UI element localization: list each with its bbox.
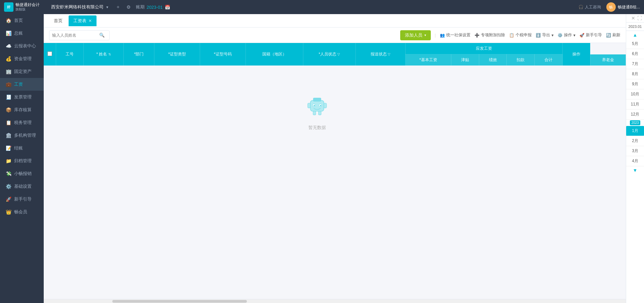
app-name: 畅捷通好会计 bbox=[15, 2, 40, 7]
social-insurance-btn[interactable]: 👥 统一社保设置 bbox=[440, 32, 470, 38]
empty-state: 暂无数据 bbox=[44, 66, 590, 158]
logo-icon: 好 bbox=[4, 2, 13, 12]
user-info[interactable]: 畅 畅捷通B组... bbox=[606, 2, 640, 12]
multi-icon: 🏛️ bbox=[5, 133, 11, 138]
inventory-icon: 📦 bbox=[5, 107, 11, 113]
panel-close-icon[interactable]: ✕ bbox=[631, 15, 635, 21]
sidebar-item-tax[interactable]: 📋 税务管理 bbox=[0, 116, 44, 129]
calendar-icon[interactable]: 📅 bbox=[165, 5, 170, 10]
sidebar-item-invoice[interactable]: 🧾 发票管理 bbox=[0, 91, 44, 103]
sidebar-label-multi: 多机构管理 bbox=[14, 132, 36, 138]
tax-report-btn[interactable]: 📋 个税申报 bbox=[509, 32, 532, 38]
th-dept: *部门 bbox=[123, 43, 154, 66]
refresh-label: 刷新 bbox=[612, 32, 620, 38]
sidebar-item-expense[interactable]: 💸 小畅报销 bbox=[0, 167, 44, 180]
export-icon: ⬇️ bbox=[536, 33, 541, 38]
user-service-btn[interactable]: 🎧 人工咨询 bbox=[578, 4, 601, 10]
scroll-bar-area[interactable] bbox=[44, 299, 626, 303]
panel-expand-icon[interactable]: ⛶ bbox=[637, 15, 642, 21]
search-input[interactable] bbox=[52, 33, 99, 38]
company-selector[interactable]: 西安虾米网络科技有限公司 ▼ bbox=[51, 4, 109, 10]
tab-bar: 首页 工资表 ✕ bbox=[44, 14, 626, 28]
sidebar-item-cloud[interactable]: ☁️ 云报表中心 bbox=[0, 40, 44, 52]
month-8[interactable]: 8月 bbox=[626, 69, 644, 79]
special-deduction-icon: ➕ bbox=[475, 33, 480, 38]
svg-rect-7 bbox=[308, 103, 310, 108]
sidebar-item-guide[interactable]: 🚀 新手引导 bbox=[0, 193, 44, 206]
report-status-filter-icon[interactable]: ▽ bbox=[388, 52, 390, 56]
month-2[interactable]: 2月 bbox=[626, 136, 644, 146]
th-report-status[interactable]: 报送状态 ▽ bbox=[356, 43, 406, 66]
th-person-status[interactable]: *人员状态 ▽ bbox=[303, 43, 356, 66]
operation-btn[interactable]: ⚙️ 操作 ▾ bbox=[558, 32, 575, 38]
sidebar-item-archive[interactable]: 📁 归档管理 bbox=[0, 155, 44, 167]
sidebar-item-inventory[interactable]: 📦 库存核算 bbox=[0, 103, 44, 116]
month-nav-up[interactable]: ▲ bbox=[626, 31, 644, 39]
th-deduction: 扣款 bbox=[507, 54, 535, 66]
month-3[interactable]: 3月 bbox=[626, 146, 644, 156]
th-checkbox[interactable] bbox=[44, 43, 56, 66]
th-name[interactable]: * 姓名 ⇅ bbox=[84, 43, 123, 66]
person-status-filter-icon[interactable]: ▽ bbox=[337, 52, 340, 56]
tab-home-label: 首页 bbox=[54, 18, 63, 24]
account-period: 账期 2023-01 📅 bbox=[136, 4, 170, 10]
th-allowance: 津贴 bbox=[451, 54, 479, 66]
month-nav-down[interactable]: ▼ bbox=[626, 166, 644, 174]
month-7[interactable]: 7月 bbox=[626, 59, 644, 69]
th-report-status-text: 报送状态 bbox=[371, 52, 387, 56]
sidebar-label-member: 畅会员 bbox=[14, 209, 27, 215]
content-area: 首页 工资表 ✕ 🔍 添加人员 ▾ | 👥 统一社保设置 bbox=[44, 14, 626, 303]
sidebar-label-close: 结账 bbox=[14, 145, 23, 151]
archive-icon: 📁 bbox=[5, 158, 11, 164]
social-insurance-label: 统一社保设置 bbox=[446, 32, 470, 38]
capital-icon: 💰 bbox=[5, 56, 11, 61]
sidebar-item-member[interactable]: 👑 畅会员 bbox=[0, 206, 44, 218]
sidebar-item-home[interactable]: 🏠 首页 bbox=[0, 14, 44, 27]
scroll-thumb[interactable] bbox=[112, 300, 247, 303]
add-person-button[interactable]: 添加人员 ▾ bbox=[400, 30, 431, 40]
th-id-no: *证型号码 bbox=[200, 43, 245, 66]
operation-icon: ⚙️ bbox=[558, 33, 563, 38]
tab-home[interactable]: 首页 bbox=[49, 15, 67, 26]
month-9[interactable]: 9月 bbox=[626, 79, 644, 89]
select-all-checkbox[interactable] bbox=[47, 51, 52, 56]
sidebar-item-salary[interactable]: 💼 工资 bbox=[0, 78, 44, 91]
month-6[interactable]: 6月 bbox=[626, 49, 644, 59]
sidebar-item-close[interactable]: 📝 结账 bbox=[0, 142, 44, 155]
salary-icon: 💼 bbox=[5, 82, 11, 87]
month-5[interactable]: 5月 bbox=[626, 39, 644, 49]
guide-btn[interactable]: 🚀 新手引导 bbox=[579, 32, 602, 38]
sidebar-item-multi[interactable]: 🏛️ 多机构管理 bbox=[0, 129, 44, 142]
sidebar-item-settings[interactable]: ⚙️ 基础设置 bbox=[0, 180, 44, 193]
sidebar-item-capital[interactable]: 💰 资金管理 bbox=[0, 52, 44, 65]
period-value[interactable]: 2023-01 bbox=[147, 5, 163, 10]
search-icon[interactable]: 🔍 bbox=[99, 33, 105, 38]
th-total: 合计 bbox=[535, 54, 563, 66]
search-wrap[interactable]: 🔍 bbox=[49, 30, 110, 40]
th-employee-no: 工号 bbox=[56, 43, 84, 66]
export-btn[interactable]: ⬇️ 导出 ▾ bbox=[536, 32, 554, 38]
empty-icon bbox=[304, 92, 331, 119]
logo-area: 好 畅捷通好会计 旗舰版 bbox=[4, 2, 48, 12]
table-body: 暂无数据 bbox=[44, 66, 626, 158]
tab-close-icon[interactable]: ✕ bbox=[88, 18, 92, 23]
month-1[interactable]: 1月 bbox=[626, 126, 644, 136]
refresh-btn[interactable]: 🔄 刷新 bbox=[606, 32, 620, 38]
month-12[interactable]: 12月 bbox=[626, 110, 644, 120]
month-10[interactable]: 10月 bbox=[626, 89, 644, 99]
header-right: 🎧 人工咨询 畅 畅捷通B组... bbox=[578, 2, 640, 12]
tab-salary-label: 工资表 bbox=[73, 18, 86, 24]
sidebar-item-ledger[interactable]: 📊 总账 bbox=[0, 27, 44, 40]
sidebar-label-ledger: 总账 bbox=[14, 30, 23, 36]
settings-icon-btn[interactable]: ⚙ bbox=[125, 3, 132, 11]
operation-arrow-icon: ▾ bbox=[573, 33, 575, 38]
sidebar-item-assets[interactable]: 🏢 固定资产 bbox=[0, 65, 44, 78]
tab-salary[interactable]: 工资表 ✕ bbox=[69, 15, 97, 26]
svg-point-5 bbox=[313, 105, 314, 106]
company-name: 西安虾米网络科技有限公司 bbox=[51, 4, 104, 10]
add-icon-btn[interactable]: ＋ bbox=[114, 3, 122, 11]
name-sort-icon[interactable]: ⇅ bbox=[108, 52, 111, 56]
month-11[interactable]: 11月 bbox=[626, 99, 644, 110]
month-4[interactable]: 4月 bbox=[626, 156, 644, 166]
special-deduction-btn[interactable]: ➕ 专项附加扣除 bbox=[475, 32, 505, 38]
